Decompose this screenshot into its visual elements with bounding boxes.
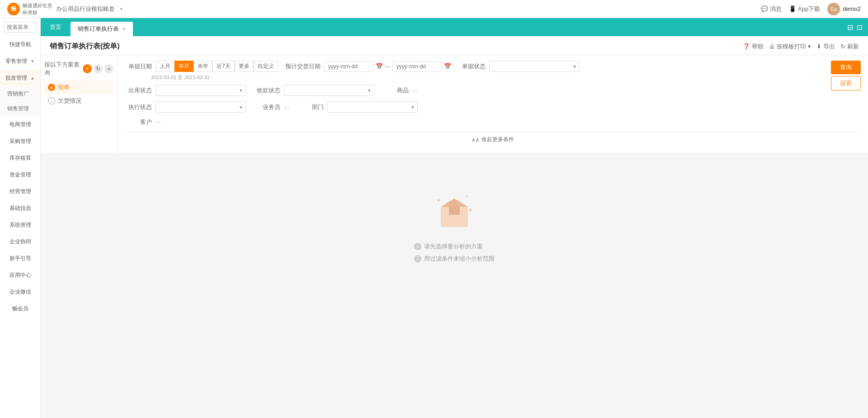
dept-label: 部门 — [297, 103, 324, 111]
exec-status-label: 执行状态 — [125, 103, 152, 111]
calendar-end-icon: 📅 — [444, 63, 451, 70]
filter-row-4: 客户 ··· — [125, 118, 824, 126]
sidebar-item-basic-info[interactable]: 基础信息 — [0, 200, 40, 217]
sidebar-item-guide[interactable]: 新手引导 — [0, 250, 40, 267]
date-tabs: 上月 本月 本年 近7天 更多 自定义 — [156, 61, 278, 72]
svg-text:✦: ✦ — [436, 197, 441, 204]
main-layout: 快捷导航 零售管理 ▼ 批发管理 ▲ 营销推广 销售管理 电商管理 采购管理 库… — [0, 18, 868, 418]
expected-date-start[interactable] — [324, 61, 374, 72]
dept-field: 部门 — [297, 101, 418, 113]
user-area[interactable]: Ea demo2 — [827, 3, 861, 15]
settings-button[interactable]: 设置 — [831, 76, 861, 90]
filter-row-3: 执行状态 业务员 ··· — [125, 101, 824, 113]
top-bar-left: 畅 畅捷通好生意 标准版 办公用品行业模拟账套 ▾ — [7, 2, 123, 15]
sidebar-item-quick-nav[interactable]: 快捷导航 — [0, 36, 40, 53]
sidebar-item-purchase[interactable]: 采购管理 — [0, 133, 40, 150]
refresh-scheme-button[interactable]: ↻ — [94, 64, 103, 73]
collapse-row: ∧∧ 收起更多条件 — [125, 132, 861, 147]
logo-icon: 畅 — [7, 3, 20, 15]
logo-text: 畅捷通好生意 标准版 — [23, 2, 52, 15]
collapse-scheme-button[interactable]: « — [104, 64, 113, 73]
sidebar-item-app-center[interactable]: 应用中心 — [0, 267, 40, 284]
app-download-button[interactable]: 📱 App下载 — [789, 5, 820, 13]
exec-status-select[interactable] — [156, 101, 246, 113]
sidebar-item-sales[interactable]: 销售管理 — [0, 101, 40, 116]
date-tab-7days[interactable]: 近7天 — [212, 61, 235, 72]
sidebar-item-finance[interactable]: 资金管理 — [0, 166, 40, 183]
scheme-item-order[interactable]: ● 按单 — [44, 81, 113, 94]
add-scheme-button[interactable]: + — [83, 64, 92, 73]
sidebar-item-member[interactable]: 畅会员 — [0, 300, 40, 317]
empty-step-1: 1 请先选择要分析的方案 — [414, 241, 495, 252]
customer-more-button[interactable]: ··· — [156, 119, 161, 126]
step2-num: 2 — [414, 255, 421, 262]
order-status-field: 单据状态 — [458, 61, 580, 72]
logo-area: 畅 畅捷通好生意 标准版 — [7, 2, 52, 15]
sidebar-item-inventory[interactable]: 库存核算 — [0, 150, 40, 166]
filter-form: 单据日期 上月 本月 本年 近7天 更多 自定义 — [118, 55, 868, 152]
date-label: 单据日期 — [125, 62, 152, 71]
sidebar-search-area — [0, 18, 40, 36]
sidebar-item-marketing[interactable]: 营销推广 — [0, 86, 40, 101]
mobile-icon: 📱 — [789, 5, 796, 12]
product-label: 商品 — [382, 86, 409, 95]
tab-close-button[interactable]: × — [123, 26, 126, 32]
tab-bar-actions: ⊟ ⊡ — [847, 23, 868, 32]
filter-scheme-panel: 按以下方案查询 + ↻ « ● 按单 ○ 欠货情况 — [41, 55, 118, 152]
date-tab-custom[interactable]: 自定义 — [254, 61, 278, 72]
tab-expand-icon[interactable]: ⊡ — [857, 23, 863, 32]
salesperson-field: 业务员 ··· — [253, 103, 289, 111]
sidebar-item-retail[interactable]: 零售管理 ▼ — [0, 53, 40, 70]
order-status-select-wrap — [489, 61, 580, 72]
app-title: 办公用品行业模拟账套 — [56, 5, 115, 13]
help-button[interactable]: ❓ 帮助 — [743, 43, 764, 51]
refresh-button[interactable]: ↻ 刷新 — [840, 43, 859, 51]
salesperson-more-button[interactable]: ··· — [284, 104, 289, 111]
sidebar-sub-nav: 营销推广 销售管理 — [0, 86, 40, 116]
exec-status-wrap — [156, 101, 246, 113]
order-status-select[interactable] — [489, 61, 580, 72]
tab-minimize-icon[interactable]: ⊟ — [847, 23, 853, 32]
app-dropdown-icon[interactable]: ▾ — [120, 6, 123, 11]
product-more-button[interactable]: ··· — [412, 87, 418, 94]
sidebar-item-ecommerce[interactable]: 电商管理 — [0, 116, 40, 133]
receipt-status-label: 收款状态 — [253, 86, 280, 95]
date-tab-more[interactable]: 更多 — [235, 61, 254, 72]
page-header: 销售订单执行表(按单) ❓ 帮助 🖨 按模板打印 ▾ ⬇ 导出 — [41, 36, 868, 55]
receipt-status-wrap — [284, 85, 374, 96]
sidebar-item-wechat[interactable]: 企业微信 — [0, 284, 40, 300]
search-input[interactable] — [4, 22, 37, 33]
collapse-button[interactable]: ∧∧ 收起更多条件 — [472, 136, 514, 143]
sidebar-item-operations[interactable]: 经营管理 — [0, 183, 40, 200]
filter-row-2: 出库状态 收款状态 — [125, 85, 824, 96]
query-button[interactable]: 查询 — [831, 61, 861, 74]
tab-bar: 首页 销售订单执行表 × ⊟ ⊡ — [41, 18, 868, 36]
empty-text: 1 请先选择要分析的方案 2 用过滤条件来缩小分析范围 — [414, 241, 495, 264]
customer-field: 客户 ··· — [125, 118, 161, 126]
export-icon: ⬇ — [816, 43, 821, 50]
date-tab-year[interactable]: 本年 — [193, 61, 212, 72]
expected-date-field: 预计交货日期 📅 — 📅 — [285, 61, 451, 72]
export-button[interactable]: ⬇ 导出 — [816, 43, 835, 51]
dept-select[interactable] — [327, 101, 418, 113]
sidebar-item-enterprise[interactable]: 企业协同 — [0, 233, 40, 250]
date-tab-prev-month[interactable]: 上月 — [156, 61, 175, 72]
date-tab-current-month[interactable]: 本月 — [175, 61, 193, 72]
sidebar-item-wholesale[interactable]: 批发管理 ▲ — [0, 70, 40, 86]
sidebar-item-system[interactable]: 系统管理 — [0, 217, 40, 233]
filter-scheme-header: 按以下方案查询 + ↻ « — [44, 61, 113, 77]
receipt-status-select[interactable] — [284, 85, 374, 96]
avatar: Ea — [827, 3, 840, 15]
print-button[interactable]: 🖨 按模板打印 ▾ — [769, 43, 811, 51]
expected-date-end[interactable] — [392, 61, 442, 72]
print-dropdown-icon[interactable]: ▾ — [808, 43, 811, 50]
empty-step-2: 2 用过滤条件来缩小分析范围 — [414, 253, 495, 264]
message-button[interactable]: 💬 消息 — [761, 5, 782, 13]
tab-sales-order[interactable]: 销售订单执行表 × — [71, 22, 133, 36]
tab-home[interactable]: 首页 — [41, 18, 71, 36]
scheme-item-shortage[interactable]: ○ 欠货情况 — [44, 94, 113, 108]
calendar-start-icon: 📅 — [376, 63, 383, 70]
outbound-status-field: 出库状态 — [125, 85, 246, 96]
scheme-active-icon: ● — [48, 84, 55, 91]
outbound-status-select[interactable] — [156, 85, 246, 96]
